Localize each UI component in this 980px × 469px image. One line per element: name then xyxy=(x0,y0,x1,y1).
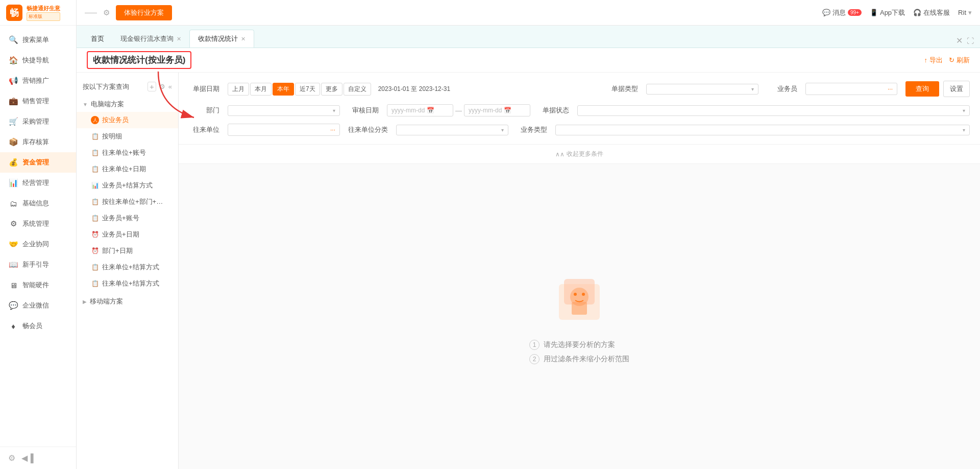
guide-icon: 📖 xyxy=(8,260,18,270)
sidebar-item-operation[interactable]: 📊 经营管理 xyxy=(0,173,76,193)
logo-text: 畅捷通好生意 xyxy=(27,5,60,12)
calendar-to-icon[interactable]: 📅 xyxy=(504,107,511,114)
sidebar-item-wechat-label: 企业微信 xyxy=(22,301,49,310)
sidebar-item-hardware[interactable]: 🖥 智能硬件 xyxy=(0,275,76,295)
query-button[interactable]: 查询 xyxy=(905,81,939,97)
sidebar-item-member[interactable]: ♦ 畅会员 xyxy=(0,316,76,336)
sidebar-item-wechat[interactable]: 💬 企业微信 xyxy=(0,295,76,316)
scheme-partner-settlement2[interactable]: 📋 往来单位+结算方式 xyxy=(77,275,178,292)
date-btn-this-month[interactable]: 本月 xyxy=(250,83,272,96)
scheme-salesperson-date[interactable]: ⏰ 业务员+日期 xyxy=(77,226,178,243)
scheme-dept-date[interactable]: ⏰ 部门+日期 xyxy=(77,243,178,259)
message-label: 消息 xyxy=(832,8,846,17)
date-btn-group: 上月 本月 本年 近7天 更多 自定义 xyxy=(228,83,371,96)
doc-status-select[interactable]: ▾ xyxy=(577,105,970,116)
refresh-button[interactable]: ↻ 刷新 xyxy=(949,56,970,65)
date-btn-7days[interactable]: 近7天 xyxy=(295,83,320,96)
filter-panel-icons: + ⚙ « xyxy=(148,82,172,91)
sidebar-item-inventory[interactable]: 📦 库存核算 xyxy=(0,132,76,152)
scheme-salesperson-account-label: 业务员+账号 xyxy=(102,214,139,223)
settings-bottom-icon[interactable]: ⚙ xyxy=(8,453,15,463)
online-service-button[interactable]: 🎧 在线客服 xyxy=(913,8,950,17)
sidebar-item-basic[interactable]: 🗂 基础信息 xyxy=(0,193,76,214)
tab-bank-flow-close-icon[interactable]: ✕ xyxy=(177,36,181,42)
sidebar-item-marketing[interactable]: 📢 营销推广 xyxy=(0,71,76,91)
tab-bank-flow-label: 现金银行流水查询 xyxy=(120,34,174,43)
sidebar-item-enterprise[interactable]: 🤝 企业协同 xyxy=(0,234,76,254)
detail-scheme-icon: 📋 xyxy=(91,132,99,140)
topbar-gear-icon[interactable]: ⚙ xyxy=(103,8,110,17)
partner-category-select[interactable]: ▾ xyxy=(396,125,508,135)
scheme-by-detail[interactable]: 📋 按明细 xyxy=(77,128,178,145)
partner-more-icon[interactable]: ··· xyxy=(330,126,335,133)
calendar-from-icon[interactable]: 📅 xyxy=(427,107,434,114)
desktop-scheme-title[interactable]: ▼ 电脑端方案 xyxy=(77,97,178,112)
sidebar-item-finance[interactable]: 💰 资金管理 xyxy=(0,152,76,173)
desktop-scheme-label: 电脑端方案 xyxy=(91,100,124,109)
purchase-icon: 🛒 xyxy=(8,116,18,127)
salesperson-more-icon[interactable]: ··· xyxy=(888,85,893,92)
sidebar-item-quicknav[interactable]: 🏠 快捷导航 xyxy=(0,50,76,71)
tab-collection-stats[interactable]: 收款情况统计 ✕ xyxy=(189,30,254,48)
sidebar-nav: 🔍 搜索菜单 🏠 快捷导航 📢 营销推广 💼 销售管理 🛒 采购管理 📦 库存核… xyxy=(0,26,76,447)
audit-date-field: yyyy-mm-dd 📅 — yyyy-mm-dd 📅 xyxy=(387,104,530,116)
date-btn-this-year[interactable]: 本年 xyxy=(273,83,294,96)
online-service-label: 在线客服 xyxy=(923,8,950,17)
export-icon: ↑ xyxy=(924,56,928,64)
sidebar-item-enterprise-label: 企业协同 xyxy=(22,240,49,249)
export-button[interactable]: ↑ 导出 xyxy=(924,56,943,65)
tab-collection-stats-close-icon[interactable]: ✕ xyxy=(241,36,246,42)
sidebar-item-search-label: 搜索菜单 xyxy=(22,35,49,44)
svg-point-5 xyxy=(582,293,585,296)
refresh-icon: ↻ xyxy=(949,56,954,64)
filter-panel-title: 按以下方案查询 xyxy=(83,82,129,91)
filter-form: 单据日期 上月 本月 本年 近7天 更多 自定义 2023-01-01 至 20… xyxy=(179,73,980,145)
salesperson-date-icon: ⏰ xyxy=(91,230,99,239)
app-download-label: App下载 xyxy=(880,8,905,17)
partner-select[interactable]: ··· xyxy=(228,124,340,136)
biz-type-select[interactable]: ▾ xyxy=(555,125,970,135)
sidebar-item-search[interactable]: 🔍 搜索菜单 xyxy=(0,30,76,50)
app-download-button[interactable]: 📱 App下载 xyxy=(870,8,905,17)
trial-button[interactable]: 体验行业方案 xyxy=(116,5,172,20)
date-btn-last-month[interactable]: 上月 xyxy=(228,83,249,96)
date-label: 单据日期 xyxy=(189,84,219,93)
sidebar-item-purchase[interactable]: 🛒 采购管理 xyxy=(0,111,76,132)
collapse-panel-icon[interactable]: « xyxy=(168,83,172,90)
scheme-salesperson-settlement[interactable]: 📊 业务员+结算方式 xyxy=(77,177,178,194)
sidebar-item-guide[interactable]: 📖 新手引导 xyxy=(0,254,76,275)
scheme-partner-dept-label: 按往来单位+部门+收... xyxy=(102,197,168,206)
date-btn-more[interactable]: 更多 xyxy=(321,83,342,96)
date-btn-custom[interactable]: 自定义 xyxy=(344,83,371,96)
scheme-partner-dept[interactable]: 📋 按往来单位+部门+收... xyxy=(77,194,178,210)
audit-date-to[interactable]: yyyy-mm-dd 📅 xyxy=(464,104,530,116)
tabs-close-all-icon[interactable]: ✕ xyxy=(956,36,963,45)
scheme-by-salesperson[interactable]: 人 按业务员 xyxy=(77,112,178,128)
date-range-text: 2023-01-01 至 2023-12-31 xyxy=(378,85,450,93)
scheme-partner-date[interactable]: 📋 往来单位+日期 xyxy=(77,161,178,177)
tab-bank-flow[interactable]: 现金银行流水查询 ✕ xyxy=(112,30,189,48)
add-scheme-icon[interactable]: + xyxy=(148,82,156,91)
refresh-label: 刷新 xyxy=(957,56,970,65)
settings-button[interactable]: 设置 xyxy=(943,81,970,97)
salesperson-select[interactable]: ··· xyxy=(805,83,897,95)
collapse-more-bar[interactable]: ∧∧ 收起更多条件 xyxy=(179,145,980,164)
scheme-partner-settlement1[interactable]: 📋 往来单位+结算方式 xyxy=(77,259,178,275)
tab-home[interactable]: 首页 xyxy=(83,30,112,48)
user-avatar[interactable]: Rit ▾ xyxy=(958,9,972,16)
dept-select[interactable]: ▾ xyxy=(228,105,340,116)
filter-row-3: 往来单位 ··· 往来单位分类 ▾ 业务类型 ▾ xyxy=(189,124,970,136)
desktop-scheme-arrow-icon: ▼ xyxy=(83,102,88,107)
collapse-sidebar-icon[interactable]: ◀▐ xyxy=(21,453,33,463)
audit-date-from[interactable]: yyyy-mm-dd 📅 xyxy=(387,104,453,116)
sidebar-item-sales[interactable]: 💼 销售管理 xyxy=(0,91,76,111)
mobile-scheme-title[interactable]: ▶ 移动端方案 xyxy=(77,294,178,309)
sidebar-item-system[interactable]: ⚙ 系统管理 xyxy=(0,214,76,234)
scheme-salesperson-account[interactable]: 📋 业务员+账号 xyxy=(77,210,178,226)
tabs-maximize-icon[interactable]: ⛶ xyxy=(967,37,974,45)
filter-panel: 按以下方案查询 + ⚙ « ▼ 电脑端方案 人 按业务员 xyxy=(77,73,179,469)
scheme-settings-icon[interactable]: ⚙ xyxy=(159,83,165,90)
doc-type-select[interactable]: ▾ xyxy=(646,84,758,95)
scheme-partner-account[interactable]: 📋 往来单位+账号 xyxy=(77,145,178,161)
message-button[interactable]: 💬 消息 99+ xyxy=(822,8,862,17)
